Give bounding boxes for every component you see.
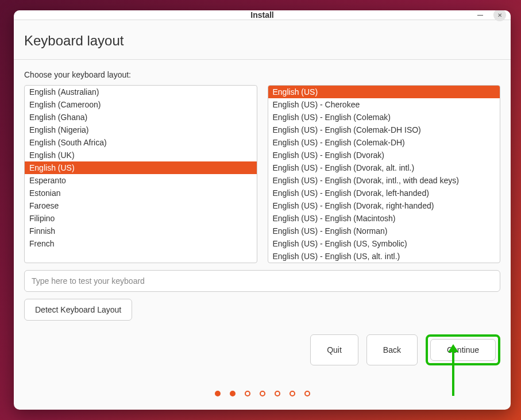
layout-item[interactable]: Faroese — [25, 199, 257, 212]
progress-dot — [260, 391, 265, 396]
progress-dots — [14, 365, 511, 410]
variant-item[interactable]: English (US) — [268, 86, 500, 98]
progress-dot — [275, 391, 280, 396]
variant-item[interactable]: English (US) - English (US, alt. intl.) — [268, 250, 500, 263]
layout-listbox[interactable]: English (Australian)English (Cameroon)En… — [24, 85, 257, 263]
layout-item[interactable]: Finnish — [25, 225, 257, 237]
layout-item[interactable]: English (Nigeria) — [25, 124, 257, 136]
window-title: Install — [250, 10, 273, 20]
progress-dot — [290, 391, 295, 396]
variant-item[interactable]: English (US) - English (US, Symbolic) — [268, 237, 500, 250]
layout-item[interactable]: Esperanto — [25, 174, 257, 187]
progress-dot — [304, 391, 310, 396]
close-button[interactable] — [493, 10, 506, 21]
layout-lists: English (Australian)English (Cameroon)En… — [14, 85, 511, 263]
variant-item[interactable]: English (US) - English (Macintosh) — [268, 212, 500, 225]
back-button[interactable]: Back — [366, 334, 418, 365]
variant-item[interactable]: English (US) - English (Colemak-DH ISO) — [268, 124, 500, 136]
minimize-button[interactable] — [474, 10, 487, 21]
progress-dot — [215, 391, 221, 396]
content-area: Keyboard layout Choose your keyboard lay… — [14, 20, 511, 410]
annotation-arrow-icon — [452, 351, 454, 396]
quit-button[interactable]: Quit — [310, 334, 358, 365]
variant-item[interactable]: English (US) - English (Dvorak, left-han… — [268, 187, 500, 199]
progress-dot — [245, 391, 250, 396]
variant-item[interactable]: English (US) - English (Dvorak, right-ha… — [268, 199, 500, 212]
layout-item[interactable]: English (Australian) — [25, 86, 257, 98]
layout-item[interactable]: English (Cameroon) — [25, 98, 257, 111]
variant-item[interactable]: English (US) - English (Dvorak, intl., w… — [268, 174, 500, 187]
installer-window: Install Keyboard layout Choose your keyb… — [14, 10, 511, 410]
nav-buttons: Quit Back Continue — [14, 321, 511, 365]
variant-item[interactable]: English (US) - English (Colemak) — [268, 111, 500, 124]
titlebar-buttons — [474, 10, 506, 21]
variant-item[interactable]: English (US) - English (Norman) — [268, 225, 500, 237]
layout-item[interactable]: Estonian — [25, 187, 257, 199]
layout-item[interactable]: French — [25, 237, 257, 250]
variant-listbox[interactable]: English (US)English (US) - CherokeeEngli… — [268, 85, 501, 263]
continue-button[interactable]: Continue — [430, 339, 496, 361]
variant-item[interactable]: English (US) - English (Dvorak) — [268, 149, 500, 161]
layout-item[interactable]: English (US) — [25, 161, 257, 174]
layout-item[interactable]: English (Ghana) — [25, 111, 257, 124]
layout-item[interactable]: Filipino — [25, 212, 257, 225]
progress-dot — [230, 391, 236, 396]
variant-item[interactable]: English (US) - Cherokee — [268, 98, 500, 111]
layout-item[interactable]: English (South Africa) — [25, 136, 257, 149]
titlebar: Install — [14, 10, 511, 20]
page-title: Keyboard layout — [14, 20, 511, 60]
detect-layout-button[interactable]: Detect Keyboard Layout — [24, 299, 132, 321]
variant-item[interactable]: English (US) - English (Colemak-DH) — [268, 136, 500, 149]
keyboard-test-input[interactable] — [24, 270, 500, 292]
choose-layout-label: Choose your keyboard layout: — [14, 60, 511, 85]
layout-item[interactable]: English (UK) — [25, 149, 257, 161]
continue-highlight: Continue — [426, 334, 500, 365]
variant-item[interactable]: English (US) - English (Dvorak, alt. int… — [268, 161, 500, 174]
